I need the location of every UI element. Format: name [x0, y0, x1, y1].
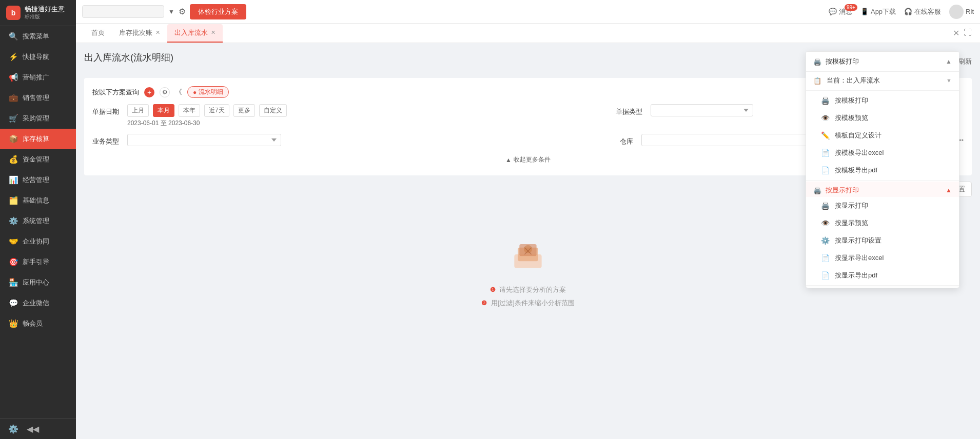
topbar-gear-icon[interactable]: ⚙: [179, 7, 186, 16]
tab-close-window-icon[interactable]: ✕: [953, 28, 959, 38]
template-pdf-icon: 📄: [820, 166, 830, 174]
biz-type-label: 业务类型: [92, 134, 119, 146]
app-download-button[interactable]: 📱 App下载: [860, 7, 896, 16]
dropdown-current-label: 当前：出入库流水: [827, 76, 941, 85]
date-btn-this-year[interactable]: 本年: [179, 104, 200, 117]
tab-flowwater-label: 出入库流水: [174, 28, 208, 37]
tab-home-label: 首页: [91, 28, 105, 37]
sidebar-label-member: 畅会员: [23, 319, 43, 328]
sidebar-item-purchase[interactable]: 🛒采购管理: [0, 108, 76, 129]
message-icon: 💬: [829, 8, 837, 15]
online-service-label: 在线客服: [914, 7, 941, 16]
dropdown-item-template-excel[interactable]: 📄 按模板导出excel: [806, 144, 959, 162]
dropdown-item-template-custom[interactable]: ✏️ 模板自定义设计: [806, 127, 959, 144]
sidebar-item-collab[interactable]: 🤝企业协同: [0, 231, 76, 252]
dropdown-item-display-preview[interactable]: 👁️ 按显示预览: [806, 214, 959, 232]
sidebar-logo: b 畅捷通好生意 标准版: [0, 0, 76, 26]
industry-plan-button[interactable]: 体验行业方案: [190, 4, 246, 19]
collapse-sidebar-icon[interactable]: ◀◀: [27, 424, 39, 434]
topbar-right: 💬 消息 99+ 📱 App下载 🎧 在线客服 Rit: [829, 5, 974, 19]
dropdown-item-template-pdf[interactable]: 📄 按模板导出pdf: [806, 162, 959, 179]
dropdown-footer[interactable]: ⚙️ 设置默认功能 ▼: [806, 287, 959, 288]
topbar-dropdown-icon[interactable]: ▼: [168, 8, 174, 15]
biz-type-select[interactable]: [127, 134, 281, 146]
display-print-section-header[interactable]: 🖨️ 按显示打印 ▲: [806, 182, 959, 197]
print-dropdown-panel: 🖨️ 按模板打印 ▲ 📋 当前：出入库流水 ▼ 🖨️ 按模板打印 👁️ 按模板预…: [806, 51, 959, 288]
dropdown-item-display-print[interactable]: 🖨️ 按显示打印: [806, 197, 959, 214]
sidebar-item-marketing[interactable]: 📢营销推广: [0, 67, 76, 88]
finance-icon: 💰: [8, 155, 18, 164]
collab-icon: 🤝: [8, 237, 18, 246]
dropdown-current-item[interactable]: 📋 当前：出入库流水 ▼: [806, 72, 959, 89]
dropdown-current-icon: 📋: [813, 77, 821, 85]
template-preview-icon: 👁️: [820, 114, 830, 122]
sidebar-item-sales[interactable]: 💼销售管理: [0, 88, 76, 108]
sidebar-label-shortcut: 快捷导航: [23, 52, 49, 62]
date-btn-more[interactable]: 更多: [233, 104, 255, 117]
filter-gear-icon[interactable]: ⚙: [160, 87, 170, 97]
empty-illustration: [507, 234, 548, 275]
date-label: 单据日期: [92, 104, 119, 116]
basic-icon: 🗂️: [8, 196, 18, 205]
sidebar-item-system[interactable]: ⚙️系统管理: [0, 211, 76, 231]
sidebar-label-system: 系统管理: [23, 216, 49, 226]
dropdown-item-display-settings[interactable]: ⚙️ 按显示打印设置: [806, 232, 959, 249]
display-excel-icon: 📄: [820, 254, 830, 262]
date-btn-custom[interactable]: 自定义: [259, 104, 287, 117]
sidebar-item-appstore[interactable]: 🏪应用中心: [0, 272, 76, 293]
sidebar-item-shortcut[interactable]: ⚡快捷导航: [0, 47, 76, 67]
search-icon: 🔍: [8, 32, 18, 41]
filter-collapse-icon[interactable]: 《: [175, 88, 182, 97]
date-btn-this-month[interactable]: 本月: [153, 104, 174, 117]
sidebar-item-basic[interactable]: 🗂️基础信息: [0, 190, 76, 211]
dropdown-item-template-print[interactable]: 🖨️ 按模板打印: [806, 92, 959, 109]
sidebar-label-appstore: 应用中心: [23, 278, 49, 287]
empty-text-2: ❷ 用[过滤]条件来缩小分析范围: [481, 296, 575, 310]
printer-header-icon: 🖨️: [813, 58, 821, 66]
dropdown-header: 🖨️ 按模板打印 ▲: [806, 52, 959, 72]
tab-flowwater[interactable]: 出入库流水 ✕: [167, 24, 223, 43]
tab-home[interactable]: 首页: [84, 24, 112, 43]
empty-text-1: ❶ 请先选择要分析的方案: [490, 283, 566, 296]
sidebar-item-operations[interactable]: 📊经营管理: [0, 170, 76, 190]
tab-batch[interactable]: 库存批次账 ✕: [112, 24, 167, 43]
sidebar-item-search[interactable]: 🔍搜索菜单: [0, 26, 76, 47]
date-btn-7days[interactable]: 近7天: [204, 104, 229, 117]
sidebar-label-wechat: 企业微信: [23, 298, 49, 308]
date-buttons-group: 上月 本月 本年 近7天 更多 自定义: [127, 104, 287, 117]
dropdown-item-template-preview[interactable]: 👁️ 按模板预览: [806, 109, 959, 127]
filter-scheme-label: 按以下方案查询: [92, 88, 139, 97]
sidebar-item-guide[interactable]: 🎯新手引导: [0, 252, 76, 272]
member-icon: 👑: [8, 319, 18, 328]
collapse-more-button[interactable]: ▲ 收起更多条件: [499, 152, 557, 167]
sidebar-item-inventory[interactable]: 📦库存核算: [0, 129, 76, 149]
date-btn-last-month[interactable]: 上月: [127, 104, 149, 117]
sidebar-bottom: ⚙️ ◀◀: [0, 418, 76, 439]
online-service-button[interactable]: 🎧 在线客服: [904, 7, 941, 16]
display-section-chevron[interactable]: ▲: [946, 187, 952, 194]
refresh-label: 刷新: [958, 57, 972, 66]
voucher-type-select[interactable]: [651, 104, 753, 116]
dropdown-item-display-excel[interactable]: 📄 按显示导出excel: [806, 249, 959, 267]
tab-batch-label: 库存批次账: [119, 28, 152, 37]
sidebar-label-purchase: 采购管理: [23, 114, 49, 123]
search-input[interactable]: [82, 5, 164, 18]
sidebar-item-wechat[interactable]: 💬企业微信: [0, 293, 76, 313]
tab-expand-icon[interactable]: ⛶: [964, 28, 972, 38]
dropdown-current-chevron: ▼: [946, 77, 952, 84]
dropdown-header-chevron[interactable]: ▲: [946, 58, 952, 65]
settings-icon[interactable]: ⚙️: [8, 424, 18, 434]
message-button[interactable]: 💬 消息 99+: [829, 7, 852, 16]
sidebar-item-finance[interactable]: 💰资金管理: [0, 149, 76, 170]
sidebar: b 畅捷通好生意 标准版 🔍搜索菜单⚡快捷导航📢营销推广💼销售管理🛒采购管理📦库…: [0, 0, 76, 439]
tabs-bar: 首页 库存批次账 ✕ 出入库流水 ✕ ✕ ⛶: [76, 24, 980, 43]
tab-batch-close-icon[interactable]: ✕: [155, 29, 160, 36]
sidebar-item-member[interactable]: 👑畅会员: [0, 313, 76, 334]
user-avatar-area[interactable]: Rit: [949, 5, 974, 19]
filter-add-icon[interactable]: +: [144, 87, 154, 97]
tab-flowwater-close-icon[interactable]: ✕: [211, 29, 215, 36]
topbar: ▼ ⚙ 体验行业方案 💬 消息 99+ 📱 App下载 🎧 在线客服 Rit: [76, 0, 980, 24]
app-brand-name: 畅捷通好生意: [25, 5, 65, 13]
display-preview-icon: 👁️: [820, 219, 830, 227]
dropdown-item-display-pdf[interactable]: 📄 按显示导出pdf: [806, 267, 959, 284]
